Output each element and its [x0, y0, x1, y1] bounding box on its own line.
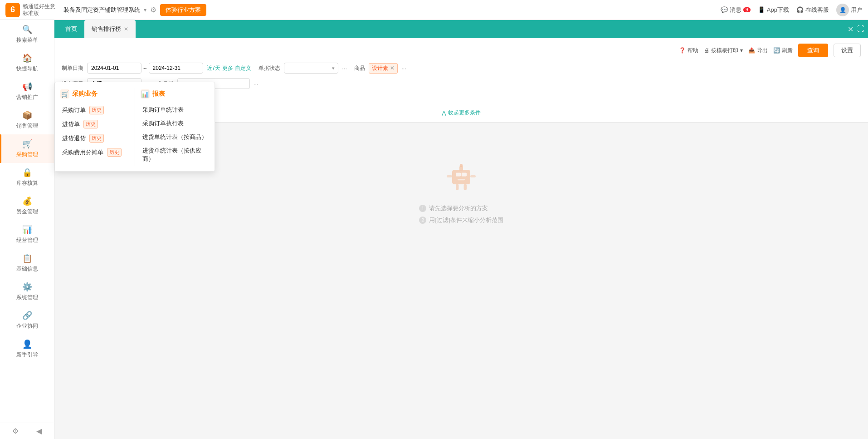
logo-area: 6 畅通道好生意 标准版 — [5, 3, 60, 17]
headset-icon: 🎧 — [796, 6, 804, 13]
history-badge-1: 历史 — [83, 120, 98, 128]
purchase-dropdown-menu: 🛒 采购业务 采购订单 历史 进货单 历史 进货退货 历史 采购费用分摊单 历史… — [54, 82, 215, 172]
system-dropdown-arrow[interactable]: ▾ — [144, 7, 146, 13]
dropdown-item-goods-receipt[interactable]: 进货单 历史 — [60, 117, 129, 131]
messages-badge: 9 — [743, 7, 751, 12]
top-navbar: 6 畅通道好生意 标准版 装备及固定资产辅助管理系统 ▾ ⚙ 体验行业方案 💬 … — [0, 0, 868, 20]
online-service-btn[interactable]: 🎧 在线客服 — [796, 6, 829, 14]
avatar: 👤 — [836, 4, 849, 16]
report-col-icon: 📊 — [141, 89, 150, 99]
dropdown-item-purchase-order-stats[interactable]: 采购订单统计表 — [141, 103, 210, 117]
report-col-title: 📊 报表 — [141, 88, 210, 103]
logo-text: 畅通道好生意 标准版 — [23, 3, 55, 16]
phone-icon: 📱 — [758, 6, 765, 13]
dropdown-item-goods-return[interactable]: 进货退货 历史 — [60, 131, 129, 145]
user-menu[interactable]: 👤 用户 — [836, 4, 863, 16]
industry-btn[interactable]: 体验行业方案 — [160, 4, 206, 16]
dropdown-item-purchase-expense[interactable]: 采购费用分摊单 历史 — [60, 145, 129, 159]
purchase-col-icon: 🛒 — [60, 89, 69, 99]
messages-btn[interactable]: 💬 消息 9 — [721, 6, 751, 14]
history-badge-2: 历史 — [89, 134, 104, 143]
history-badge-3: 历史 — [107, 148, 122, 157]
app-download-btn[interactable]: 📱 App下载 — [758, 6, 789, 14]
logo-icon: 6 — [5, 3, 20, 17]
dropdown-overlay[interactable] — [0, 0, 868, 439]
report-col: 📊 报表 采购订单统计表 采购订单执行表 进货单统计表（按商品） 进货单统计表（… — [135, 88, 215, 166]
dropdown-item-purchase-order[interactable]: 采购订单 历史 — [60, 103, 129, 117]
topnav-right: 💬 消息 9 📱 App下载 🎧 在线客服 👤 用户 — [721, 4, 863, 16]
message-icon: 💬 — [721, 6, 728, 13]
purchase-col: 🛒 采购业务 采购订单 历史 进货单 历史 进货退货 历史 采购费用分摊单 历史 — [55, 88, 135, 166]
dropdown-item-goods-stats-product[interactable]: 进货单统计表（按商品） — [141, 130, 210, 144]
dropdown-item-goods-stats-supplier[interactable]: 进货单统计表（按供应商） — [141, 144, 210, 166]
history-badge-0: 历史 — [89, 106, 104, 114]
dropdown-item-purchase-order-exec[interactable]: 采购订单执行表 — [141, 117, 210, 130]
system-settings-icon[interactable]: ⚙ — [150, 5, 156, 14]
system-name: 装备及固定资产辅助管理系统 — [63, 6, 140, 14]
purchase-col-title: 🛒 采购业务 — [60, 88, 129, 103]
system-area: 装备及固定资产辅助管理系统 ▾ ⚙ 体验行业方案 — [60, 4, 721, 16]
